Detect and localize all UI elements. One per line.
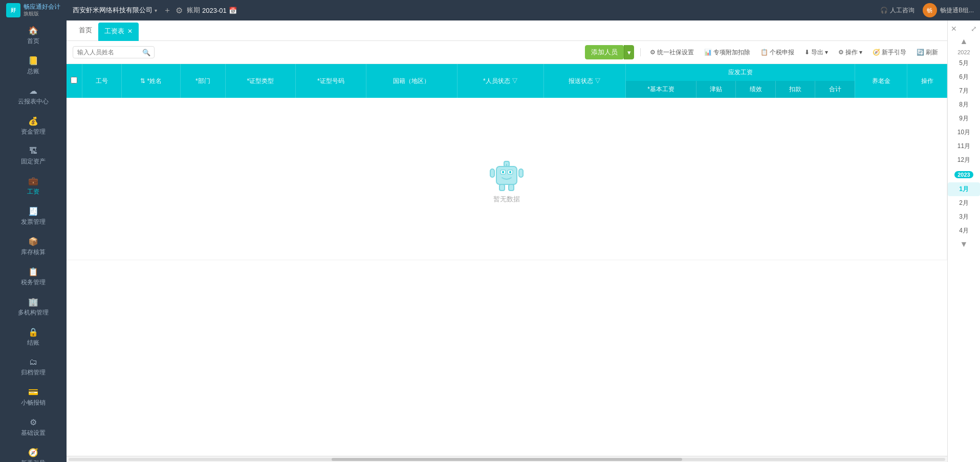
export-action[interactable]: ⬇ 导出 ▾	[801, 46, 831, 59]
sidebar-label-tax: 税务管理	[21, 278, 46, 287]
operate-action[interactable]: ⚙ 操作 ▾	[835, 46, 865, 59]
guide-action-label: 新手引导	[882, 48, 906, 57]
personal-tax-label: 个税申报	[770, 48, 794, 57]
month-2023-02[interactable]: 2月	[948, 196, 980, 210]
month-2022-05[interactable]: 5月	[948, 56, 980, 70]
month-2022-12[interactable]: 12月	[948, 153, 980, 167]
sidebar-item-expense[interactable]: 💳 小畅报销	[0, 382, 67, 412]
expense-icon: 💳	[28, 387, 38, 397]
sidebar-item-close[interactable]: 🔒 结账	[0, 322, 67, 352]
headset-icon: 🎧	[880, 7, 888, 14]
th-id-num: *证型号码	[296, 64, 366, 98]
month-2022-07[interactable]: 7月	[948, 84, 980, 98]
month-2023-04[interactable]: 4月	[948, 224, 980, 238]
select-all-checkbox[interactable]	[71, 77, 77, 83]
sidebar-item-fixed-assets[interactable]: 🏗 固定资产	[0, 141, 67, 171]
sidebar-item-basic[interactable]: ⚙ 基础设置	[0, 412, 67, 443]
invoice-icon: 🧾	[28, 206, 38, 216]
sidebar-item-fund[interactable]: 💰 资金管理	[0, 111, 67, 141]
refresh-action[interactable]: 🔄 刷新	[913, 46, 941, 59]
inventory-icon: 📦	[28, 237, 38, 246]
empty-state: 暂无数据	[70, 102, 944, 256]
service-label: 人工咨询	[890, 6, 914, 15]
next-year-button[interactable]: ▼	[958, 238, 970, 251]
prev-year-button[interactable]: ▲	[958, 35, 970, 48]
sidebar-item-archive[interactable]: 🗂 归档管理	[0, 352, 67, 382]
th-performance: 绩效	[736, 81, 776, 98]
sidebar-item-multi-org[interactable]: 🏢 多机构管理	[0, 292, 67, 322]
company-selector[interactable]: 西安虾米网络科技有限公司 ▾	[73, 6, 157, 15]
sort-icon: ⇅	[140, 77, 145, 85]
sidebar-item-cloud-report[interactable]: ☁ 云报表中心	[0, 81, 67, 111]
sidebar-label-archive: 归档管理	[21, 368, 46, 377]
sidebar-item-home[interactable]: 🏠 首页	[0, 20, 67, 51]
th-base-salary: *基本工资	[626, 81, 696, 98]
sidebar-label-inventory: 库存核算	[21, 248, 46, 257]
report-filter-icon[interactable]: ▽	[595, 77, 601, 85]
sidebar-label-close: 结账	[27, 339, 39, 347]
multi-org-icon: 🏢	[28, 297, 38, 307]
search-wrap: 🔍	[73, 46, 155, 58]
sidebar-label-invoice: 发票管理	[21, 218, 46, 226]
social-security-action[interactable]: ⚙ 统一社保设置	[647, 46, 697, 59]
sidebar-label-expense: 小畅报销	[21, 398, 46, 407]
svg-point-3	[502, 171, 504, 173]
fund-icon: 💰	[28, 116, 38, 126]
add-person-button-group: 添加人员 ▾	[585, 45, 634, 59]
add-person-dropdown[interactable]: ▾	[624, 45, 634, 59]
close-period-icon: 🔒	[28, 327, 38, 337]
svg-rect-7	[490, 169, 494, 177]
month-2022-08[interactable]: 8月	[948, 98, 980, 112]
month-2023-03[interactable]: 3月	[948, 210, 980, 224]
add-person-label: 添加人员	[591, 48, 618, 57]
month-2022-11[interactable]: 11月	[948, 139, 980, 153]
tab-home[interactable]: 首页	[73, 20, 98, 41]
sidebar-item-ledger[interactable]: 📒 总账	[0, 51, 67, 81]
calendar-icon[interactable]: 📅	[229, 7, 237, 14]
sidebar-label-home: 首页	[27, 37, 39, 46]
year-2023-badge: 2023	[954, 171, 973, 178]
month-2022-10[interactable]: 10月	[948, 125, 980, 139]
guide-action[interactable]: 🧭 新手引导	[869, 46, 909, 59]
month-2022-06[interactable]: 6月	[948, 70, 980, 84]
panel-close-button[interactable]: ✕	[951, 25, 957, 33]
tab-close-icon[interactable]: ✕	[127, 28, 133, 35]
svg-rect-8	[519, 169, 523, 177]
period-label: 账期	[187, 6, 200, 15]
th-total: 合计	[815, 81, 855, 98]
guide-icon: 🧭	[28, 448, 38, 457]
sidebar-item-invoice[interactable]: 🧾 发票管理	[0, 201, 67, 232]
month-2022-09[interactable]: 9月	[948, 112, 980, 125]
month-2023-01[interactable]: 1月	[948, 182, 980, 196]
th-dept: *部门	[181, 64, 225, 98]
add-button[interactable]: ＋	[163, 5, 171, 16]
main-layout: 🏠 首页 📒 总账 ☁ 云报表中心 💰 资金管理 🏗 固定资产 💼 工资 🧾 发…	[0, 20, 980, 462]
refresh-label: 刷新	[926, 48, 938, 57]
sidebar-item-salary[interactable]: 💼 工资	[0, 171, 67, 201]
add-person-button[interactable]: 添加人员	[585, 45, 624, 59]
sidebar-item-guide[interactable]: 🧭 新手引导	[0, 443, 67, 462]
guide-action-icon: 🧭	[873, 49, 880, 56]
settings-button[interactable]: ⚙	[176, 6, 183, 15]
app-sub: 旗舰版	[24, 10, 60, 17]
tab-bar: 首页 工资表 ✕	[67, 20, 947, 41]
personal-tax-action[interactable]: 📋 个税申报	[757, 46, 797, 59]
year-2022-section: 2022 5月 6月 7月 8月 9月 10月 11月 12月	[948, 48, 980, 167]
sidebar-label-guide: 新手引导	[21, 459, 46, 462]
scroll-thumb[interactable]	[332, 458, 682, 461]
sidebar-label-ledger: 总账	[27, 67, 39, 76]
th-checkbox	[67, 64, 82, 98]
sidebar-item-inventory[interactable]: 📦 库存核算	[0, 232, 67, 262]
special-deduction-action[interactable]: 📊 专项附加扣除	[701, 46, 753, 59]
user-area[interactable]: 畅 畅捷通B组...	[923, 3, 974, 17]
divider-1	[640, 48, 641, 56]
sidebar-item-tax[interactable]: 📋 税务管理	[0, 262, 67, 292]
panel-expand-button[interactable]: ⤢	[971, 25, 977, 33]
special-deduction-label: 专项附加扣除	[713, 48, 750, 57]
th-nation: 国籍（地区）	[366, 64, 457, 98]
export-label: 导出	[811, 48, 823, 57]
svg-rect-9	[499, 184, 505, 191]
tab-salary-table[interactable]: 工资表 ✕	[98, 23, 139, 41]
service-button[interactable]: 🎧 人工咨询	[880, 6, 914, 15]
status-filter-icon[interactable]: ▽	[512, 77, 518, 85]
